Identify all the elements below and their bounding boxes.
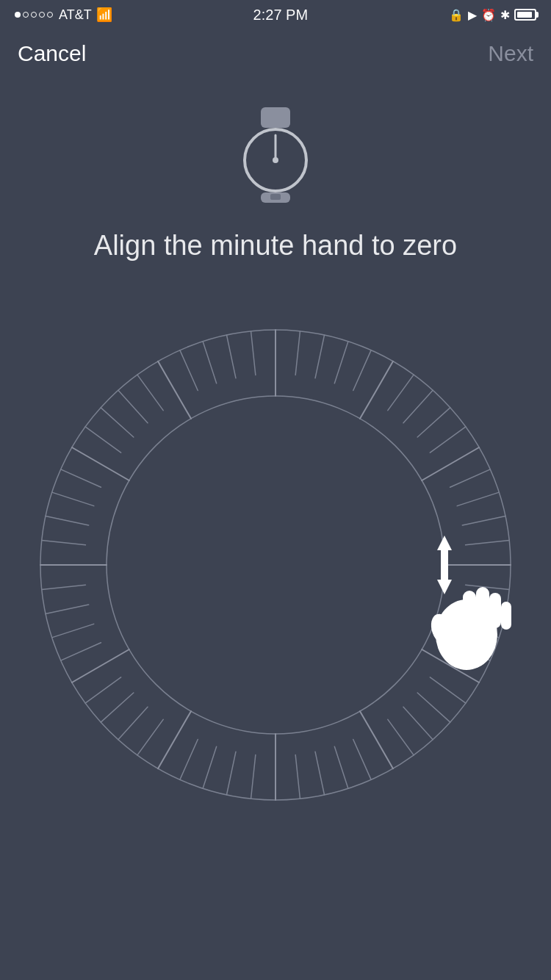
- signal-dot-4: [39, 12, 45, 18]
- location-icon: ▶: [468, 8, 477, 22]
- svg-rect-76: [489, 593, 501, 628]
- signal-dots: [15, 12, 53, 18]
- svg-line-13: [353, 350, 371, 391]
- nav-bar: Cancel Next: [0, 29, 551, 78]
- svg-line-51: [52, 624, 94, 638]
- hand-gesture-icon: [427, 587, 511, 670]
- svg-line-57: [52, 493, 94, 507]
- svg-line-11: [315, 335, 324, 378]
- svg-line-50: [61, 643, 101, 660]
- svg-marker-69: [437, 536, 452, 550]
- svg-line-21: [457, 493, 499, 507]
- svg-line-15: [388, 375, 414, 411]
- svg-line-20: [450, 469, 491, 487]
- svg-line-41: [226, 752, 235, 796]
- signal-dot-1: [15, 12, 21, 18]
- svg-point-4: [273, 157, 278, 163]
- svg-line-46: [118, 707, 148, 741]
- svg-line-33: [388, 720, 414, 756]
- carrier-label: AT&T: [59, 7, 92, 23]
- dial-svg: [18, 308, 533, 822]
- svg-line-17: [417, 408, 450, 437]
- wifi-icon: 📶: [96, 7, 112, 23]
- svg-line-56: [46, 516, 89, 525]
- lock-icon: 🔒: [449, 8, 464, 22]
- main-content: Align the minute hand to zero: [0, 78, 551, 822]
- signal-dot-2: [23, 12, 29, 18]
- svg-line-45: [137, 720, 163, 756]
- svg-line-48: [85, 677, 121, 703]
- watch-icon-container: [235, 107, 316, 206]
- svg-line-65: [180, 350, 198, 391]
- svg-line-67: [226, 335, 235, 378]
- svg-line-36: [334, 747, 348, 789]
- status-left: AT&T 📶: [15, 7, 112, 23]
- next-button[interactable]: Next: [488, 41, 533, 66]
- svg-line-40: [251, 755, 256, 799]
- svg-line-58: [61, 469, 101, 487]
- battery-fill: [517, 12, 532, 18]
- cancel-button[interactable]: Cancel: [18, 41, 86, 66]
- status-right: 🔒 ▶ ⏰ ✱: [449, 8, 536, 22]
- svg-line-43: [180, 740, 198, 780]
- svg-line-52: [46, 605, 89, 613]
- svg-line-12: [334, 342, 348, 383]
- svg-line-30: [430, 677, 466, 703]
- battery-indicator: [514, 9, 536, 21]
- status-bar: AT&T 📶 2:27 PM 🔒 ▶ ⏰ ✱: [0, 0, 551, 29]
- watch-icon: [235, 107, 316, 203]
- svg-rect-74: [463, 591, 476, 627]
- bluetooth-icon: ✱: [500, 8, 510, 22]
- svg-line-42: [203, 747, 217, 789]
- svg-rect-72: [441, 563, 448, 581]
- svg-line-18: [430, 427, 466, 453]
- dial-container[interactable]: [18, 308, 533, 822]
- svg-line-16: [403, 391, 433, 424]
- svg-line-61: [101, 408, 134, 437]
- svg-point-8: [107, 396, 444, 734]
- svg-rect-0: [261, 107, 290, 128]
- svg-line-25: [466, 586, 510, 590]
- instruction-text: Align the minute hand to zero: [50, 228, 501, 264]
- svg-line-60: [85, 427, 121, 453]
- svg-rect-75: [476, 587, 489, 627]
- signal-dot-3: [31, 12, 37, 18]
- svg-line-23: [466, 541, 510, 545]
- svg-line-37: [315, 752, 324, 796]
- svg-line-62: [118, 391, 148, 424]
- svg-line-31: [417, 693, 450, 722]
- svg-line-22: [462, 516, 505, 525]
- svg-marker-71: [437, 580, 452, 594]
- svg-point-7: [40, 330, 511, 800]
- svg-line-53: [42, 586, 86, 590]
- svg-line-10: [295, 331, 300, 375]
- svg-line-32: [403, 707, 433, 741]
- svg-line-55: [42, 541, 86, 545]
- svg-line-35: [353, 740, 371, 780]
- svg-line-68: [251, 331, 256, 375]
- svg-rect-77: [501, 602, 511, 630]
- svg-line-63: [137, 375, 163, 411]
- svg-rect-6: [270, 194, 281, 200]
- alarm-icon: ⏰: [481, 8, 496, 22]
- svg-line-38: [295, 755, 300, 799]
- svg-line-47: [101, 693, 134, 722]
- svg-line-66: [203, 342, 217, 383]
- status-time: 2:27 PM: [253, 7, 308, 24]
- signal-dot-5: [47, 12, 53, 18]
